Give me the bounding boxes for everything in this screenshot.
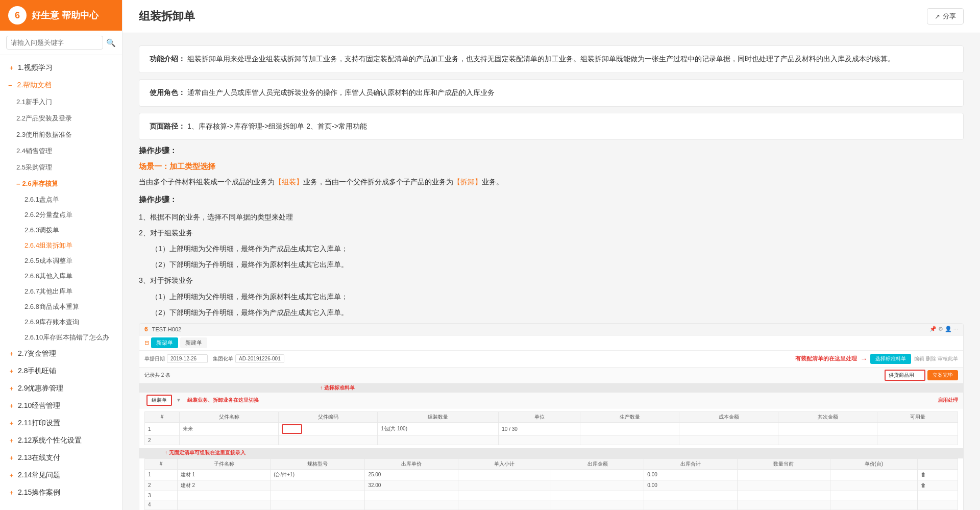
sim-th-3: 父件编码 (279, 411, 378, 422)
td-empty3 (378, 435, 499, 445)
sim-tab-active[interactable]: 新架单 (151, 337, 178, 348)
sim-tab[interactable]: 新建单 (180, 337, 207, 348)
share-button[interactable]: ↗ 分享 (927, 8, 964, 25)
main-header: 组装拆卸单 ↗ 分享 (122, 0, 980, 33)
sim-no-field: 集团化单 AD-20191226-001 (213, 354, 284, 363)
sidebar-subsub-265[interactable]: 2.6.5成本调整单 (0, 253, 122, 269)
sim-th-9: 可用量 (877, 411, 958, 422)
sim-th-1: # (145, 411, 180, 422)
sim-count-label: 记录共 2 条 (144, 372, 170, 379)
nav-list: ＋ 1.视频学习 − 2.帮助文档 2.1新手入门 2.2产品安装及登录 2.3… (0, 55, 122, 510)
sidebar-subsub-label-266: 2.6.6其他入库单 (24, 272, 72, 280)
plus-icon-213: ＋ (8, 453, 15, 463)
role-block: 使用角色： 通常由生产人员或库管人员完成拆装业务的操作，库管人员确认原材料的出库… (139, 79, 964, 107)
td-cost (679, 422, 778, 435)
step2-sub1: （1）上部明细为父件明细，最终作为产成品生成其它入库单； (139, 242, 964, 255)
plus-icon-212: ＋ (8, 436, 15, 445)
sim-confirm-btn[interactable]: 立案完毕 (927, 370, 958, 380)
sidebar-item-213[interactable]: ＋ 2.13在线支付 (0, 449, 122, 467)
sim-type-val[interactable]: 组装单 (146, 395, 172, 406)
sidebar-subsub-264[interactable]: 2.6.4组装拆卸单 (0, 238, 122, 253)
sim-date-label: 单据日期 (144, 355, 165, 362)
sidebar-sub-item-26[interactable]: − 2.6库存核算 (0, 176, 122, 192)
plus-icon-28: ＋ (8, 367, 15, 376)
scenario1-desc: 当由多个子件材料组装成一个成品的业务为【组装】业务，当由一个父件拆分成多个子产品… (139, 176, 964, 188)
sidebar-item-29-label: 2.9优惠券管理 (18, 384, 63, 393)
sidebar-sub-item-22[interactable]: 2.2产品安装及登录 (0, 110, 122, 127)
sidebar-sub-label-25: 2.5采购管理 (16, 163, 52, 172)
sidebar-item-29[interactable]: ＋ 2.9优惠券管理 (0, 380, 122, 397)
sim-std-btn[interactable]: 选择标准料单 (870, 354, 911, 364)
sim-screenshot: 6 TEST-H002 📌 ⚙ 👤 ··· ⊟ 新架单 新建单 (139, 324, 963, 510)
search-button[interactable]: 🔍 (106, 38, 116, 47)
table-row: 4 (145, 500, 958, 509)
sidebar-item-help-label: 2.帮助文档 (17, 81, 52, 90)
sidebar-subsub-261[interactable]: 2.6.1盘点单 (0, 192, 122, 207)
search-input[interactable] (6, 36, 103, 50)
scenario1-label: 场景一：加工类型选择 (139, 162, 964, 172)
sidebar-sub-item-21[interactable]: 2.1新手入门 (0, 94, 122, 110)
sidebar-subsub-263[interactable]: 2.6.3调拨单 (0, 223, 122, 238)
sidebar-subsub-267[interactable]: 2.6.7其他出库单 (0, 284, 122, 299)
annotation3-text: 组装业务、拆卸业务在这里切换 (187, 397, 259, 404)
sidebar-sub-item-25[interactable]: 2.5采购管理 (0, 159, 122, 176)
sim-t2h-2: 子件名称 (177, 458, 270, 469)
step3: 3、对于拆装业务 (139, 274, 964, 287)
sidebar-subsub-label-267: 2.6.7其他出库单 (24, 287, 72, 295)
sidebar-subsub-2610[interactable]: 2.6.10库存账本搞错了怎么办 (0, 330, 122, 345)
step3-sub1: （1）上部明细为父件明细，最终作为原材料生成其它出库单； (139, 290, 964, 303)
td-avail (877, 422, 958, 435)
sidebar-subsub-262[interactable]: 2.6.2分量盘点单 (0, 207, 122, 223)
minus-icon-help: − (8, 82, 12, 89)
sidebar-subsub-label-263: 2.6.3调拨单 (24, 226, 59, 234)
sim-annotation1-area: 有装配清单的在这里处理 → 选择标准料单 编辑 删除 审核此单 (795, 354, 958, 364)
sidebar-item-27[interactable]: ＋ 2.7资金管理 (0, 345, 122, 362)
sidebar-item-215[interactable]: ＋ 2.15操作案例 (0, 484, 122, 501)
sidebar-subsub-label-269: 2.6.9库存账本查询 (24, 318, 79, 326)
sidebar-item-215-label: 2.15操作案例 (18, 488, 60, 497)
step2-sub2: （2）下部明细为子件明细，最终作为原材料生成其它出库单。 (139, 258, 964, 271)
annotation1-text: 有装配清单的在这里处理 (795, 355, 857, 362)
sidebar-subsub-label-268: 2.6.8商品成本重算 (24, 303, 79, 310)
sidebar-item-video-label: 1.视频学习 (18, 63, 53, 72)
sim-date-value: 2019-12-26 (167, 354, 208, 363)
sim-th-5: 单位 (499, 411, 580, 422)
sim-t2h-6: 出库金额 (551, 458, 644, 469)
path-block: 页面路径： 1、库存核算->库存管理->组装拆卸单 2、首页->常用功能 (139, 113, 964, 140)
sidebar-subsub-269[interactable]: 2.6.9库存账本查询 (0, 314, 122, 330)
td-other (778, 422, 877, 435)
sidebar-item-28[interactable]: ＋ 2.8手机旺铺 (0, 362, 122, 380)
sidebar-sub-item-24[interactable]: 2.4销售管理 (0, 143, 122, 159)
sidebar-item-211[interactable]: ＋ 2.11打印设置 (0, 415, 122, 432)
sidebar-sub-label-26: 2.6库存核算 (22, 179, 58, 188)
sidebar-item-help[interactable]: − 2.帮助文档 (0, 77, 122, 94)
td-prod (580, 422, 679, 435)
sidebar-item-214[interactable]: ＋ 2.14常见问题 (0, 467, 122, 484)
sidebar-item-27-label: 2.7资金管理 (18, 349, 56, 358)
sim-th-7: 成本金额 (679, 411, 778, 422)
brand-title: 好生意 帮助中心 (32, 9, 99, 21)
sim-search-field[interactable]: 供货商品用 (885, 370, 925, 381)
minus-icon-26: − (16, 180, 20, 188)
sim-table2: # 子件名称 规格型号 出库单价 单入小计 出库金额 出库合计 数量当前 单价(… (144, 458, 958, 510)
sidebar-subsub-266[interactable]: 2.6.6其他入库单 (0, 269, 122, 284)
sidebar-item-212[interactable]: ＋ 2.12系统个性化设置 (0, 432, 122, 449)
td-num2: 2 (145, 435, 180, 445)
sidebar-subsub-label-265: 2.6.5成本调整单 (24, 257, 72, 264)
sidebar-item-28-label: 2.8手机旺铺 (18, 367, 56, 376)
td-empty7 (778, 435, 877, 445)
sidebar-item-210[interactable]: ＋ 2.10经营管理 (0, 397, 122, 415)
func-intro-label: 功能介绍： (150, 55, 185, 63)
sim-th-2: 父件名称 (180, 411, 279, 422)
td-empty4 (499, 435, 580, 445)
table-row: 1 未来 1包(共 100) 10 / 30 (145, 422, 958, 435)
td-empty8 (877, 435, 958, 445)
sim-annotation2-area: ↑ 选择标准料单 (139, 383, 963, 393)
sidebar-subsub-label-2610: 2.6.10库存账本搞错了怎么办 (24, 333, 109, 341)
screenshot-container: 6 TEST-H002 📌 ⚙ 👤 ··· ⊟ 新架单 新建单 (139, 323, 964, 510)
sidebar-subsub-268[interactable]: 2.6.8商品成本重算 (0, 299, 122, 314)
sidebar-item-video[interactable]: ＋ 1.视频学习 (0, 59, 122, 77)
path-label: 页面路径： (150, 122, 185, 130)
sim-t2h-7: 出库合计 (644, 458, 737, 469)
sidebar-sub-item-23[interactable]: 2.3使用前数据准备 (0, 127, 122, 143)
